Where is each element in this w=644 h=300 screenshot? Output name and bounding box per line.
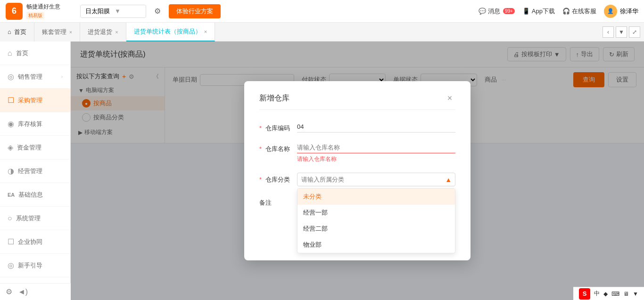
tab-purchase-stats[interactable]: 进货单统计表（按商品） × bbox=[126, 23, 215, 42]
tab-actions: ‹ ▼ ⤢ bbox=[603, 26, 644, 38]
sales-sidebar-icon: ◎ bbox=[8, 72, 14, 81]
main-layout: ⌂ 首页 ◎ 销售管理 › ☐ 采购管理 ◉ 库存核算 ◈ 资金管理 ◑ 经营管… bbox=[0, 42, 644, 300]
warehouse-category-row: * 仓库分类 ▲ 未分类 经营一部 经营二部 物业部 bbox=[259, 173, 455, 186]
sidebar-item-guide[interactable]: ◎ 新手引导 bbox=[0, 254, 70, 277]
content-area: 进货单统计(按商品) 🖨 按模板打印 ▼ ↑ 导出 ↻ 刷新 bbox=[71, 42, 644, 300]
warehouse-code-row: * 仓库编码 bbox=[259, 121, 455, 133]
app-download-label: App下载 bbox=[532, 7, 555, 16]
mobile-icon: 📱 bbox=[522, 8, 530, 15]
online-service-label: 在线客服 bbox=[572, 7, 596, 16]
trial-button[interactable]: 体验行业方案 bbox=[169, 4, 221, 18]
store-dropdown-arrow-icon: ▼ bbox=[115, 8, 141, 15]
enterprise-sidebar-icon: ☐ bbox=[8, 237, 14, 246]
tab-purchase-return[interactable]: 进货退货 × bbox=[80, 23, 126, 42]
notification-item[interactable]: 💬 消息 99+ bbox=[479, 7, 515, 16]
sidebar-item-operation[interactable]: ◑ 经营管理 bbox=[0, 159, 70, 183]
warehouse-name-label: * 仓库名称 bbox=[259, 142, 297, 153]
category-dropdown-list: 未分类 经营一部 经营二部 物业部 bbox=[297, 188, 455, 253]
operation-sidebar-icon: ◑ bbox=[8, 167, 14, 175]
sidebar-item-finance[interactable]: ◈ 资金管理 bbox=[0, 136, 70, 159]
logo-icon: 6 bbox=[6, 3, 23, 20]
category-dropdown-toggle-icon[interactable]: ▲ bbox=[445, 176, 452, 183]
guide-sidebar-icon: ◎ bbox=[8, 261, 14, 270]
sound-icon[interactable]: ◄) bbox=[18, 288, 28, 296]
headset-icon: 🎧 bbox=[562, 8, 570, 15]
new-warehouse-modal: 新增仓库 × * 仓库编码 * 仓库 bbox=[244, 81, 471, 260]
dropdown-item-dept2[interactable]: 经营二部 bbox=[297, 221, 455, 237]
brand-icon: S bbox=[579, 288, 590, 300]
tab-prev-icon[interactable]: ‹ bbox=[603, 26, 614, 38]
tab-close-purchase-stats-icon[interactable]: × bbox=[204, 29, 207, 34]
warehouse-category-input[interactable] bbox=[297, 173, 455, 186]
warehouse-code-input[interactable] bbox=[297, 121, 455, 133]
message-icon: 💬 bbox=[479, 8, 486, 15]
logo-text: 畅捷通好生意 精易版 bbox=[26, 3, 60, 19]
tab-accounts[interactable]: 账套管理 × bbox=[34, 23, 80, 42]
modal-header: 新增仓库 × bbox=[259, 92, 455, 110]
purchase-sidebar-icon: ☐ bbox=[8, 96, 14, 105]
sidebar-item-system[interactable]: ○ 系统管理 bbox=[0, 207, 70, 230]
store-name-label: 日太阳膜 bbox=[85, 7, 112, 16]
warehouse-name-row: * 仓库名称 请输入仓库名称 bbox=[259, 142, 455, 163]
store-selector[interactable]: 日太阳膜 ▼ bbox=[80, 5, 146, 18]
tab-close-accounts-icon[interactable]: × bbox=[69, 29, 72, 35]
sidebar-item-sales[interactable]: ◎ 销售管理 › bbox=[0, 65, 70, 89]
notification-badge: 99+ bbox=[503, 8, 515, 14]
sidebar-item-purchase[interactable]: ☐ 采购管理 bbox=[0, 89, 70, 112]
basic-sidebar-icon: EA bbox=[8, 192, 15, 198]
top-header: 6 畅捷通好生意 精易版 日太阳膜 ▼ ⚙ 体验行业方案 💬 消息 99+ 📱 … bbox=[0, 0, 644, 23]
dropdown-item-dept3[interactable]: 物业部 bbox=[297, 237, 455, 253]
dropdown-item-none[interactable]: 未分类 bbox=[297, 189, 455, 205]
sidebar-item-enterprise[interactable]: ☐ 企业协同 bbox=[0, 230, 70, 254]
warehouse-name-wrap: 请输入仓库名称 bbox=[297, 142, 455, 163]
logo-area: 6 畅捷通好生意 精易版 bbox=[6, 3, 76, 20]
app-download-item[interactable]: 📱 App下载 bbox=[522, 7, 555, 16]
modal-overlay: 新增仓库 × * 仓库编码 * 仓库 bbox=[71, 42, 644, 300]
tab-next-icon[interactable]: ▼ bbox=[616, 26, 627, 38]
modal-title: 新增仓库 bbox=[259, 93, 444, 103]
modal-close-icon[interactable]: × bbox=[444, 92, 455, 104]
warehouse-category-label: * 仓库分类 bbox=[259, 173, 297, 184]
header-right: 💬 消息 99+ 📱 App下载 🎧 在线客服 👤 徐泽华 bbox=[479, 5, 638, 18]
warehouse-name-error: 请输入仓库名称 bbox=[297, 155, 455, 163]
finance-sidebar-icon: ◈ bbox=[8, 143, 13, 152]
sidebar: ⌂ 首页 ◎ 销售管理 › ☐ 采购管理 ◉ 库存核算 ◈ 资金管理 ◑ 经营管… bbox=[0, 42, 71, 300]
tab-fullscreen-icon[interactable]: ⤢ bbox=[629, 26, 640, 38]
home-icon: ⌂ bbox=[8, 28, 11, 35]
warehouse-category-wrap: ▲ 未分类 经营一部 经营二部 物业部 bbox=[297, 173, 455, 186]
username-label: 徐泽华 bbox=[620, 7, 638, 16]
sidebar-item-home[interactable]: ⌂ 首页 bbox=[0, 42, 70, 65]
warehouse-code-label: * 仓库编码 bbox=[259, 121, 297, 133]
sidebar-item-inventory[interactable]: ◉ 库存核算 bbox=[0, 112, 70, 136]
avatar: 👤 bbox=[604, 5, 617, 18]
home-sidebar-icon: ⌂ bbox=[8, 49, 12, 58]
sidebar-bottom-bar: ⚙ ◄) bbox=[0, 283, 71, 300]
warehouse-code-wrap bbox=[297, 121, 455, 133]
user-avatar-area[interactable]: 👤 徐泽华 bbox=[604, 5, 638, 18]
dropdown-item-dept1[interactable]: 经营一部 bbox=[297, 205, 455, 221]
warehouse-name-input[interactable] bbox=[297, 142, 455, 153]
sidebar-item-basic[interactable]: EA 基础信息 bbox=[0, 183, 70, 207]
online-service-item[interactable]: 🎧 在线客服 bbox=[562, 7, 596, 16]
notification-label: 消息 bbox=[488, 7, 500, 16]
tab-bar: ⌂ 首页 账套管理 × 进货退货 × 进货单统计表（按商品） × ‹ ▼ ⤢ bbox=[0, 23, 644, 42]
settings-icon[interactable]: ⚙ bbox=[6, 287, 12, 296]
tab-home[interactable]: ⌂ 首页 bbox=[0, 23, 34, 42]
tab-close-purchase-return-icon[interactable]: × bbox=[115, 29, 118, 35]
sales-expand-icon: › bbox=[61, 74, 63, 79]
header-gear-icon[interactable]: ⚙ bbox=[150, 4, 165, 19]
warehouse-remark-label: 备注 bbox=[259, 196, 297, 207]
statusbar: S 中 ◆ ⌨ 🖥 ▼ bbox=[573, 287, 644, 300]
inventory-sidebar-icon: ◉ bbox=[8, 119, 14, 128]
system-sidebar-icon: ○ bbox=[8, 214, 12, 223]
